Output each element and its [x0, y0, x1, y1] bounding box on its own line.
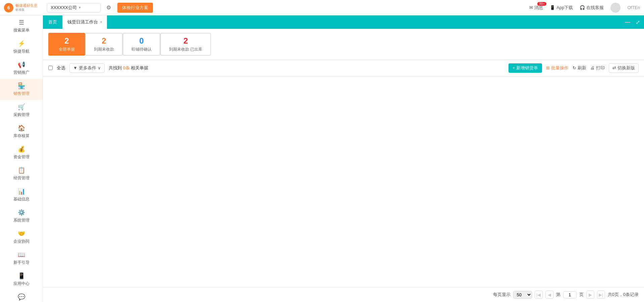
download-icon: 📱 — [550, 5, 555, 10]
logo-badge: 标准版 — [15, 8, 38, 12]
logo-text-area: 畅捷通好生意 标准版 — [15, 3, 38, 12]
first-page-button[interactable]: |◀ — [535, 291, 543, 299]
sidebar-item-basic-info[interactable]: 📊 基础信息 — [0, 184, 43, 205]
sidebar-item-search-menu[interactable]: ☰ 搜索菜单 — [0, 15, 43, 37]
main-layout: ☰ 搜索菜单 ⚡ 快捷导航 📢 营销推广 🏪 销售管理 🛒 采购管理 🏠 库存核… — [0, 15, 644, 302]
sidebar-label-sales: 销售管理 — [13, 91, 30, 97]
message-button[interactable]: ✉ 消息 99+ — [529, 5, 543, 11]
sidebar-icon-sales: 🏪 — [18, 82, 25, 89]
sidebar-icon-enterprise: 🤝 — [18, 230, 25, 237]
refresh-button[interactable]: ↻ 刷新 — [573, 65, 586, 71]
tab-maximize-button[interactable]: ⤢ — [634, 18, 641, 27]
per-page-select[interactable]: 50 100 200 — [513, 291, 532, 299]
summary-card-3[interactable]: 2 到期未收款 已出库 — [160, 33, 211, 56]
sidebar-item-marketing[interactable]: 📢 营销推广 — [0, 58, 43, 79]
page-number-input[interactable] — [563, 291, 577, 298]
print-button[interactable]: 🖨 打印 — [590, 65, 605, 71]
sidebar-item-quick-nav[interactable]: ⚡ 快捷导航 — [0, 37, 43, 58]
sidebar-item-app-center[interactable]: 📱 应用中心 — [0, 269, 43, 290]
card-number-0: 2 — [64, 36, 69, 46]
company-selector[interactable]: XXXXXX公司 ▾ — [47, 3, 101, 12]
sidebar-label-basic-info: 基础信息 — [13, 196, 30, 202]
sidebar-icon-guide: 📖 — [18, 251, 25, 258]
sidebar-icon-app-center: 📱 — [18, 272, 25, 280]
tab-home[interactable]: 首页 — [43, 15, 62, 29]
card-label-3: 到期未收款 已出库 — [169, 47, 202, 52]
found-prefix: 共找到 — [109, 65, 122, 70]
top-header: 6 畅捷通好生意 标准版 XXXXXX公司 ▾ ⚙ 体验行业方案 ✉ 消息 99… — [0, 0, 644, 15]
card-number-1: 2 — [102, 36, 106, 46]
sidebar-label-operation: 经营管理 — [13, 175, 30, 181]
settings-button[interactable]: ⚙ — [103, 2, 114, 13]
sidebar-item-enterprise[interactable]: 🤝 企业协同 — [0, 227, 43, 248]
trial-button[interactable]: 体验行业方案 — [117, 3, 153, 13]
batch-operation-button[interactable]: ⊞ 批量操作 — [546, 65, 569, 71]
sidebar-icon-search-menu: ☰ — [19, 19, 24, 26]
table-area — [43, 76, 644, 287]
batch-label: 批量操作 — [551, 65, 569, 71]
switch-icon: ⇄ — [612, 65, 616, 70]
select-all-checkbox[interactable] — [48, 66, 53, 70]
sidebar-icon-wechat: 💬 — [18, 293, 25, 301]
switch-version-button[interactable]: ⇄ 切换新版 — [609, 63, 639, 73]
logo-text: 畅捷通好生意 — [15, 3, 38, 8]
sidebar-icon-system: ⚙️ — [18, 209, 25, 216]
sidebar-label-finance: 资金管理 — [13, 154, 30, 160]
toolbar: 全选 ▼ 更多条件 ∨ 共找到 0条 相关单据 + 新增销货单 ⊞ 批量操作 — [43, 60, 644, 76]
total-label: 共0页，0条记录 — [608, 292, 639, 298]
filter-chevron: ∨ — [98, 65, 101, 70]
logo-area: 6 畅捷通好生意 标准版 — [4, 3, 47, 12]
sidebar-item-guide[interactable]: 📖 新手引导 — [0, 248, 43, 269]
add-sale-order-button[interactable]: + 新增销货单 — [508, 63, 542, 73]
sidebar-label-inventory: 库存核算 — [13, 133, 30, 139]
page-label-first: 第 — [556, 292, 560, 298]
app-download-label: App下载 — [556, 5, 573, 11]
sidebar-icon-purchase: 🛒 — [18, 103, 25, 111]
summary-card-0[interactable]: 2 全部单据 — [48, 33, 85, 56]
app-download-button[interactable]: 📱 App下载 — [550, 5, 573, 11]
tab-active-label: 钱货日清工作台 — [67, 19, 98, 25]
card-label-1: 到期未收款 — [94, 47, 114, 52]
prev-page-button[interactable]: ◀ — [545, 291, 553, 299]
sidebar-item-system[interactable]: ⚙️ 系统管理 — [0, 205, 43, 227]
chevron-down-icon: ▾ — [79, 5, 81, 10]
content-area: 首页 钱货日清工作台 × — ⤢ 2 全部单据 2 到期未收款 0 旺铺待确认 … — [43, 15, 644, 302]
logo-icon: 6 — [4, 3, 13, 12]
switch-label: 切换新版 — [618, 65, 635, 71]
select-all-label: 全选 — [57, 65, 65, 71]
tab-active[interactable]: 钱货日清工作台 × — [62, 15, 107, 29]
last-page-button[interactable]: ▶| — [597, 291, 605, 299]
avatar[interactable] — [610, 3, 621, 13]
tab-close-button[interactable]: × — [100, 20, 102, 24]
sidebar-label-purchase: 采购管理 — [13, 112, 30, 118]
sidebar-item-inventory[interactable]: 🏠 库存核算 — [0, 121, 43, 142]
summary-card-2[interactable]: 0 旺铺待确认 — [123, 33, 160, 56]
sidebar-label-search-menu: 搜索菜单 — [13, 27, 30, 33]
header-right: ✉ 消息 99+ 📱 App下载 🎧 在线客服 OfTEn — [529, 3, 640, 13]
refresh-icon: ↻ — [573, 65, 576, 70]
sidebar-item-wechat[interactable]: 💬 企业微信 — [0, 290, 43, 302]
batch-icon: ⊞ — [546, 65, 550, 70]
tab-minimize-button[interactable]: — — [624, 18, 632, 26]
sidebar: ☰ 搜索菜单 ⚡ 快捷导航 📢 营销推广 🏪 销售管理 🛒 采购管理 🏠 库存核… — [0, 15, 43, 302]
summary-card-1[interactable]: 2 到期未收款 — [85, 33, 123, 56]
found-suffix: 相关单据 — [131, 65, 148, 70]
company-name: XXXXXX公司 — [51, 5, 77, 11]
page-content: 2 全部单据 2 到期未收款 0 旺铺待确认 2 到期未收款 已出库 全选 ▼ … — [43, 29, 644, 302]
sidebar-item-finance[interactable]: 💰 资金管理 — [0, 142, 43, 163]
next-page-button[interactable]: ▶ — [586, 291, 594, 299]
found-count: 0条 — [123, 65, 130, 70]
card-label-2: 旺铺待确认 — [131, 47, 152, 52]
sidebar-label-quick-nav: 快捷导航 — [13, 49, 30, 54]
online-service-button[interactable]: 🎧 在线客服 — [580, 5, 604, 11]
print-icon: 🖨 — [590, 65, 595, 70]
message-badge: 99+ — [537, 2, 546, 6]
sidebar-icon-inventory: 🏠 — [18, 124, 25, 132]
filter-button[interactable]: ▼ 更多条件 ∨ — [69, 63, 105, 73]
sidebar-item-operation[interactable]: 📋 经营管理 — [0, 163, 43, 184]
per-page-label: 每页显示 — [493, 292, 511, 298]
sidebar-item-sales[interactable]: 🏪 销售管理 — [0, 79, 43, 100]
sidebar-label-app-center: 应用中心 — [13, 281, 30, 287]
sidebar-item-purchase[interactable]: 🛒 采购管理 — [0, 100, 43, 121]
sidebar-label-enterprise: 企业协同 — [13, 239, 30, 244]
